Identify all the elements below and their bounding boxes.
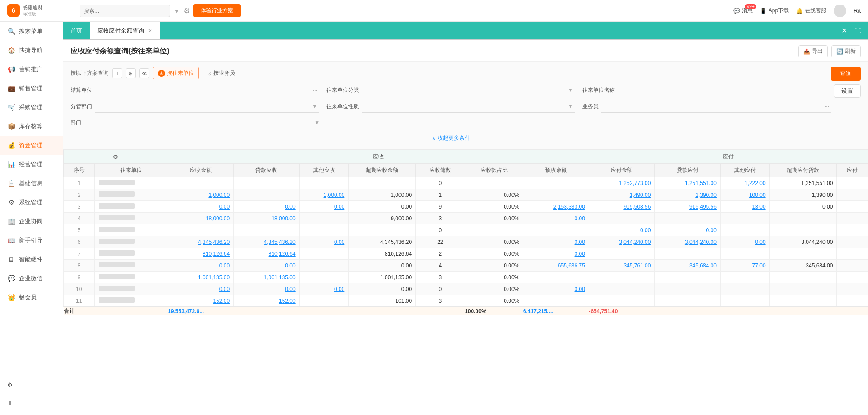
footer-prepay[interactable]: 6,417,215.... (523, 307, 589, 315)
export-button[interactable]: 📤 导出 (798, 45, 828, 57)
top-search-input[interactable] (80, 5, 170, 17)
table-gear-icon[interactable]: ⚙ (113, 154, 118, 160)
sidebar-item-finance[interactable]: 💰 资金管理 (0, 136, 63, 155)
partner-category-dropdown-icon[interactable]: ▼ (566, 87, 575, 93)
cell-value[interactable]: 0.00 (575, 251, 585, 257)
cell-value[interactable]: 152.00 (279, 298, 296, 304)
settlement-unit-dots-icon[interactable]: ··· (311, 87, 319, 93)
cell-value[interactable]: 915,495.56 (689, 204, 717, 210)
sidebar-item-sales[interactable]: 💼 销售管理 (0, 79, 63, 98)
dept-input[interactable] (84, 116, 312, 129)
cell-value[interactable]: 18,000.00 (271, 215, 295, 222)
cell-value[interactable]: 0.00 (706, 227, 717, 234)
setting-button[interactable]: 设置 (834, 84, 861, 98)
dept-manager-input-wrapper[interactable]: ▼ (95, 100, 319, 113)
cell-value[interactable]: 1,001,135.00 (198, 274, 230, 281)
cell-value[interactable]: 0.00 (285, 286, 295, 292)
cell-value[interactable]: 1,251,551.00 (685, 180, 717, 186)
cell-value[interactable]: 0.00 (334, 204, 344, 210)
sidebar-item-member[interactable]: 👑 畅会员 (0, 288, 63, 307)
filter-settings-button[interactable]: ⊕ (126, 68, 136, 78)
sidebar-item-purchase[interactable]: 🛒 采购管理 (0, 98, 63, 117)
dept-manager-dropdown-icon[interactable]: ▼ (310, 103, 319, 110)
footer-ar-amount[interactable]: 19,553,472.6... (168, 307, 234, 315)
window-expand-icon[interactable]: ⛶ (851, 27, 864, 34)
sidebar-item-hardware[interactable]: 🖥 智能硬件 (0, 250, 63, 269)
refresh-button[interactable]: 🔄 刷新 (831, 45, 861, 57)
filter-scheme-salesman[interactable]: ⊙ 按业务员 (203, 67, 240, 79)
app-download-area[interactable]: 📱 App下载 (760, 7, 789, 14)
sidebar-item-search-menu[interactable]: 🔍 搜索菜单 (0, 22, 63, 41)
message-area[interactable]: 💬 消息 99+ (733, 7, 753, 14)
cell-value[interactable]: 13.00 (752, 204, 766, 210)
cell-value[interactable]: 0.00 (219, 286, 230, 292)
cell-value[interactable]: 0.00 (575, 215, 585, 222)
filter-scheme-partner[interactable]: ④ 按往来单位 (153, 67, 199, 79)
cell-value[interactable]: 18,000.00 (206, 215, 230, 222)
cell-value[interactable]: 0.00 (640, 227, 651, 234)
cell-value[interactable]: 810,126.64 (203, 251, 230, 257)
cell-value[interactable]: 0.00 (334, 239, 344, 245)
partner-category-input-wrapper[interactable]: ▼ (362, 84, 575, 96)
cell-value[interactable]: 0.00 (285, 204, 295, 210)
cell-value[interactable]: 0.00 (219, 262, 230, 269)
dept-input-wrapper[interactable]: ▼ (84, 116, 321, 129)
cell-value[interactable]: 0.00 (755, 239, 765, 245)
tab-home[interactable]: 首页 (63, 22, 90, 39)
partner-nature-input-wrapper[interactable]: ▼ (362, 100, 575, 113)
cell-value[interactable]: 655,636.75 (558, 262, 585, 269)
sidebar-item-operation[interactable]: 📊 经营管理 (0, 155, 63, 174)
add-filter-button[interactable]: + (112, 68, 122, 78)
sidebar-item-quick-nav[interactable]: 🏠 快捷导航 (0, 41, 63, 60)
cell-value[interactable]: 1,252,773.00 (619, 180, 651, 186)
cell-value[interactable]: 0.00 (575, 286, 585, 292)
sidebar-item-guide[interactable]: 📖 新手引导 (0, 231, 63, 250)
cell-value[interactable]: 0.00 (334, 286, 344, 292)
cell-value[interactable]: 152.00 (213, 298, 230, 304)
salesman-dots-icon[interactable]: ··· (823, 103, 831, 110)
cell-value[interactable]: 1,000.00 (208, 192, 230, 198)
settings-icon[interactable]: ⚙ (184, 6, 190, 15)
dept-dropdown-icon[interactable]: ▼ (312, 119, 321, 126)
cell-value[interactable]: 915,508.56 (623, 204, 651, 210)
cell-value[interactable]: 2,153,333.00 (553, 204, 585, 210)
settlement-unit-input[interactable] (95, 84, 311, 96)
cell-value[interactable]: 3,044,240.00 (619, 239, 651, 245)
sidebar-item-basic[interactable]: 📋 基础信息 (0, 174, 63, 193)
window-close-icon[interactable]: ✕ (838, 26, 851, 35)
sidebar-item-corp[interactable]: 🏢 企业协同 (0, 212, 63, 231)
salesman-input-wrapper[interactable]: ··· (601, 100, 831, 113)
query-button[interactable]: 查询 (831, 67, 861, 81)
cell-value[interactable]: 4,345,436.20 (264, 239, 296, 245)
plan-button[interactable]: 体验行业方案 (193, 4, 241, 17)
partner-category-input[interactable] (362, 84, 566, 96)
partner-nature-dropdown-icon[interactable]: ▼ (566, 103, 575, 110)
cell-value[interactable]: 77.00 (752, 262, 766, 269)
salesman-input[interactable] (601, 100, 823, 113)
sidebar-item-wechat[interactable]: 💬 企业微信 (0, 269, 63, 288)
cell-value[interactable]: 1,490.00 (630, 192, 651, 198)
sidebar-item-system[interactable]: ⚙ 系统管理 (0, 193, 63, 212)
dept-manager-input[interactable] (95, 100, 310, 113)
sidebar-bottom-collapse[interactable]: ⏸ (0, 394, 63, 411)
cell-value[interactable]: 345,684.00 (689, 262, 717, 269)
cell-value[interactable]: 345,761.00 (623, 262, 651, 269)
partner-nature-input[interactable] (362, 100, 566, 113)
cell-value[interactable]: 0.00 (575, 239, 585, 245)
sidebar-item-marketing[interactable]: 📢 营销推广 (0, 60, 63, 79)
cell-value[interactable]: 1,390.00 (695, 192, 717, 198)
cell-value[interactable]: 0.00 (285, 262, 295, 269)
user-avatar[interactable] (834, 5, 846, 17)
tab-close-icon[interactable]: ✕ (148, 28, 152, 34)
cell-value[interactable]: 4,345,436.20 (198, 239, 230, 245)
sidebar-item-inventory[interactable]: 📦 库存核算 (0, 117, 63, 136)
cell-value[interactable]: 3,044,240.00 (685, 239, 717, 245)
cell-value[interactable]: 1,000.00 (324, 192, 345, 198)
settlement-unit-input-wrapper[interactable]: ··· (95, 84, 319, 96)
sidebar-bottom-settings[interactable]: ⚙ (0, 376, 63, 394)
partner-name-input[interactable] (618, 84, 831, 96)
dropdown-icon[interactable]: ▼ (174, 7, 180, 14)
cell-value[interactable]: 810,126.64 (269, 251, 296, 257)
online-service-area[interactable]: 🔔 在线客服 (796, 7, 826, 14)
filter-collapse-button[interactable]: ≪ (139, 68, 149, 78)
